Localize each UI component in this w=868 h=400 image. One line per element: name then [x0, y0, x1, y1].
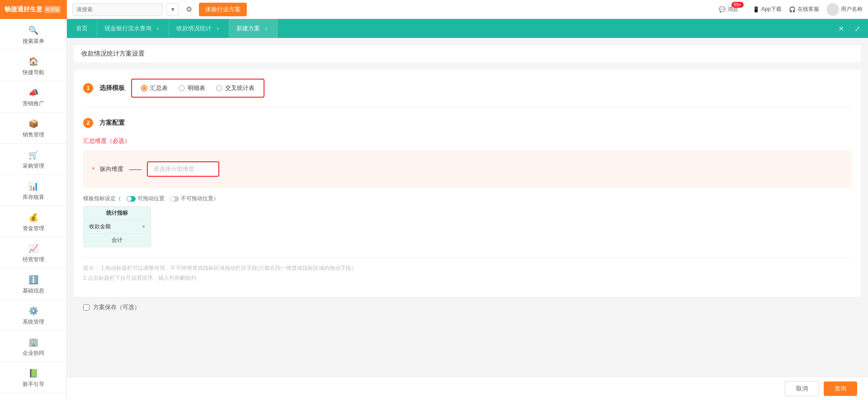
sidebar-item-inventory[interactable]: 📊 库存核算 [0, 175, 66, 206]
tips-area: 提示： 1.拖动标题栏可以调整布局，不可跨维度或指标区域拖动栏目字段(只能在同一… [83, 258, 852, 288]
search-input[interactable] [72, 3, 163, 16]
sidebar: 🔍 搜索菜单 🏠 快捷导航 📣 营销推广 📦 销售管理 🛒 采购管理 📊 库存核… [0, 19, 67, 400]
template-select-box: 汇总表 明细表 交叉统计表 [131, 79, 264, 98]
tab-receipts[interactable]: 收款情况统计 × [169, 19, 229, 38]
sidebar-item-management[interactable]: 📈 经营管理 [0, 237, 66, 268]
radio-summary[interactable]: 汇总表 [141, 84, 168, 92]
tab-receipts-close[interactable]: × [214, 25, 222, 32]
movable-dot [127, 196, 136, 202]
tab-home[interactable]: 首页 [67, 19, 97, 38]
immovable-label: 不可拖动位置） [181, 195, 219, 202]
sidebar-label-purchase: 采购管理 [23, 162, 44, 170]
sidebar-item-finance[interactable]: 💰 资金管理 [0, 206, 66, 237]
tab-cashflow-close[interactable]: × [154, 25, 161, 32]
tab-bar-expand-btn[interactable]: ⤢ [851, 22, 863, 35]
stats-row-0[interactable]: 收款金额 ▾ [84, 220, 151, 234]
search-icon: 🔍 [28, 25, 38, 35]
sidebar-label-search: 搜索菜单 [23, 38, 44, 45]
radio-cross[interactable]: 交叉统计表 [216, 84, 255, 92]
message-badge: 99+ [731, 2, 744, 8]
tips-line-1: 2.点击标题栏下拉可设置排序、插入列和删除列 [83, 273, 852, 283]
download-item[interactable]: 📱 App下载 [753, 5, 782, 13]
step1-badge: 1 [83, 83, 93, 93]
step2-badge: 2 [83, 118, 93, 128]
user-area[interactable]: 用户名称 [826, 3, 863, 16]
sidebar-label-system: 系统管理 [23, 318, 44, 326]
step2-section: 2 方案配置 汇总维度（必选） * 纵向维度 —— [83, 118, 852, 288]
service-icon: 🎧 [789, 6, 796, 13]
dropdown-btn[interactable]: ▾ [166, 3, 179, 16]
radio-detail-label: 明细表 [188, 84, 205, 92]
sidebar-label-finance: 资金管理 [23, 225, 44, 232]
sidebar-item-search[interactable]: 🔍 搜索菜单 [0, 19, 66, 50]
radio-detail[interactable]: 明细表 [179, 84, 205, 92]
service-item[interactable]: 🎧 在线客服 [789, 5, 819, 13]
radio-cross-label: 交叉统计表 [225, 84, 255, 92]
sidebar-item-sales[interactable]: 📦 销售管理 [0, 113, 66, 144]
movable-label: 可拖动位置 [137, 195, 165, 202]
sidebar-item-nav[interactable]: 🏠 快捷导航 [0, 50, 66, 81]
marketing-icon: 📣 [28, 88, 38, 98]
stats-row-1-label: 合计 [112, 237, 123, 243]
logo-tag: 标准版 [44, 6, 61, 13]
immovable-tag: 不可拖动位置） [170, 195, 219, 202]
message-icon: 💬 [719, 6, 726, 13]
system-icon: ⚙️ [28, 306, 38, 316]
movable-tag: 可拖动位置 [127, 195, 165, 202]
section-card: 1 选择模板 汇总表 明细表 [74, 70, 861, 297]
settings-icon[interactable]: ⚙ [183, 3, 195, 16]
radio-detail-circle [179, 85, 185, 91]
sidebar-item-enterprise[interactable]: 🏢 企业协同 [0, 331, 66, 362]
cancel-button[interactable]: 取消 [785, 381, 819, 396]
stats-row-0-label: 收款金额 [89, 223, 111, 231]
sidebar-label-enterprise: 企业协同 [23, 349, 44, 357]
radio-group: 汇总表 明细表 交叉统计表 [141, 84, 255, 92]
dimension-field-label: 纵向维度 [100, 165, 123, 173]
sidebar-label-guide: 新手引导 [23, 381, 44, 388]
dimension-title-text: 汇总维度（必选） [83, 137, 130, 144]
username: 用户名称 [841, 5, 863, 13]
dimension-input[interactable]: 请选择分组维度 [147, 161, 219, 177]
industry-btn[interactable]: 体验行业方案 [199, 3, 247, 16]
radio-summary-label: 汇总表 [150, 84, 168, 92]
page-title: 收款情况统计方案设置 [74, 45, 861, 62]
dimension-row: * 纵向维度 —— 请选择分组维度 [92, 161, 843, 177]
sidebar-label-basic: 基础信息 [23, 287, 44, 295]
stats-row-1: 合计 [84, 234, 151, 247]
indicator-section: 模板指标设定（ 可拖动位置 不可拖动位置） [83, 195, 852, 249]
stats-grid-header: 统计指标 [84, 207, 151, 220]
message-item[interactable]: 💬 消息 99+ [719, 5, 738, 13]
sidebar-label-marketing: 营销推广 [23, 100, 44, 108]
tab-bar: 首页 现金银行流水查询 × 收款情况统计 × 新建方案 × ✕ ⤢ [67, 19, 868, 38]
indicator-title-text: 模板指标设定（ [83, 195, 121, 202]
step1-row: 1 选择模板 汇总表 明细表 [83, 79, 852, 98]
tab-newplan-label: 新建方案 [236, 24, 260, 33]
tab-newplan-close[interactable]: × [263, 25, 270, 32]
tab-bar-close-btn[interactable]: ✕ [835, 22, 847, 35]
sidebar-item-purchase[interactable]: 🛒 采购管理 [0, 144, 66, 175]
purchase-icon: 🛒 [28, 150, 38, 160]
query-button[interactable]: 查询 [824, 381, 857, 396]
sidebar-item-guide[interactable]: 📗 新手引导 [0, 362, 66, 393]
action-bar: 取消 查询 [67, 376, 868, 400]
radio-cross-circle [216, 85, 222, 91]
save-checkbox[interactable] [83, 304, 90, 311]
management-icon: 📈 [28, 244, 38, 254]
tab-newplan[interactable]: 新建方案 × [229, 19, 278, 38]
sidebar-item-hardware[interactable]: 💡 智能硬件 [0, 393, 66, 400]
immovable-dot [170, 196, 179, 202]
required-star: * [92, 166, 94, 173]
home-icon: 🏠 [28, 56, 38, 66]
sidebar-item-system[interactable]: ⚙️ 系统管理 [0, 300, 66, 331]
sidebar-item-marketing[interactable]: 📣 营销推广 [0, 81, 66, 113]
sidebar-label-nav: 快捷导航 [23, 69, 44, 76]
page-footer: 方案保存（可选） [74, 297, 861, 317]
tab-cashflow[interactable]: 现金银行流水查询 × [97, 19, 169, 38]
sidebar-item-basic[interactable]: ℹ️ 基础信息 [0, 268, 66, 300]
logo-area: 畅捷通好生意 标准版 [0, 0, 67, 19]
sidebar-label-inventory: 库存核算 [23, 193, 44, 201]
stats-row-0-dropdown[interactable]: ▾ [142, 224, 145, 230]
radio-summary-circle [141, 85, 147, 91]
tab-cashflow-label: 现金银行流水查询 [104, 24, 151, 33]
step1-label: 选择模板 [99, 84, 125, 92]
